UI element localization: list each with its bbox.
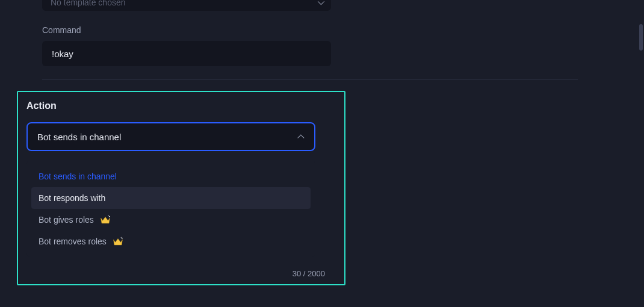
action-option-label: Bot removes roles [39,237,107,246]
action-title: Action [26,101,336,111]
action-option-label: Bot gives roles [39,215,94,225]
command-input[interactable]: !okay [42,41,331,66]
crown-icon [100,215,111,225]
svg-point-2 [122,238,123,239]
template-placeholder: No template chosen [51,0,126,7]
divider [42,79,578,80]
command-label: Command [42,25,578,35]
scrollbar-thumb[interactable] [639,24,643,51]
action-selected-value: Bot sends in channel [37,132,121,142]
action-option[interactable]: Bot sends in channel [31,166,311,187]
char-counter: 30 / 2000 [26,269,336,278]
command-value: !okay [52,49,73,59]
svg-point-1 [108,216,108,216]
action-highlight-box: Action Bot sends in channel Bot sends in… [17,91,345,285]
action-select[interactable]: Bot sends in channel [26,122,315,151]
crown-icon [113,237,123,246]
svg-point-0 [109,216,110,217]
action-dropdown: Bot sends in channelBot responds withBot… [26,161,315,257]
action-option[interactable]: Bot responds with [31,187,311,209]
action-option-label: Bot sends in channel [39,172,117,181]
action-option[interactable]: Bot gives roles [31,209,311,231]
template-select[interactable]: No template chosen [42,0,331,11]
chevron-down-icon [318,0,324,5]
svg-point-3 [120,237,121,238]
chevron-up-icon [297,134,304,141]
action-option[interactable]: Bot removes roles [31,231,311,252]
action-option-label: Bot responds with [39,193,105,203]
